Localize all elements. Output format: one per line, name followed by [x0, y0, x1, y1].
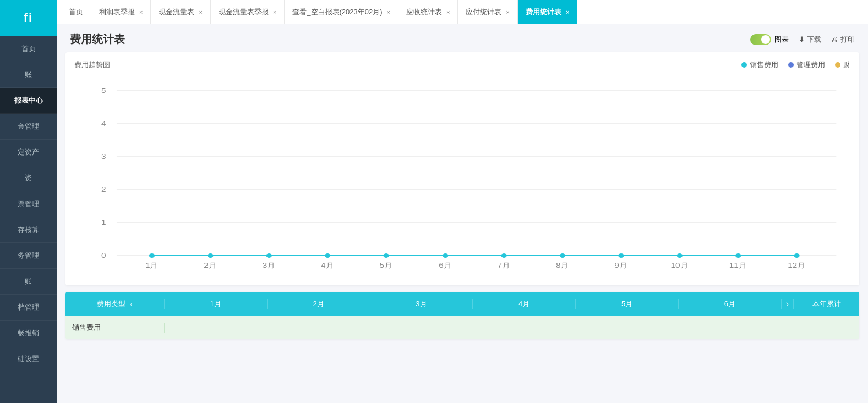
tab-home[interactable]: 首页 — [61, 0, 91, 24]
col-header-m4: 4月 — [473, 299, 576, 309]
close-tab-blank-report[interactable]: × — [387, 9, 390, 15]
header-actions: 图表 ⬇ 下载 🖨 打印 — [750, 34, 855, 45]
sidebar-item-home[interactable]: 首页 — [0, 36, 57, 62]
svg-text:11月: 11月 — [729, 262, 747, 269]
svg-text:12月: 12月 — [788, 262, 806, 269]
legend-dot-sales — [741, 62, 747, 68]
print-button[interactable]: 🖨 打印 — [831, 35, 855, 45]
svg-point-15 — [325, 253, 330, 258]
table-header-row: 费用类型 ‹ 1月 2月 3月 4月 5月 6月 › 本年累计 — [65, 292, 859, 316]
chart-svg-wrapper: 5 4 3 2 1 0 — [74, 74, 850, 278]
tab-cashflow[interactable]: 现金流量表 × — [151, 0, 210, 24]
sidebar-item-invest[interactable]: 资 — [0, 165, 57, 191]
chart-legend: 销售费用 管理费用 财 — [741, 60, 850, 70]
next-month-arrow[interactable]: › — [782, 299, 793, 309]
sidebar-item-tickets[interactable]: 票管理 — [0, 191, 57, 217]
download-button[interactable]: ⬇ 下载 — [799, 35, 821, 45]
close-tab-cashflow-quarterly[interactable]: × — [273, 9, 276, 15]
svg-point-21 — [677, 253, 683, 258]
chart-card: 费用趋势图 销售费用 管理费用 财 — [65, 52, 859, 285]
svg-text:2月: 2月 — [204, 262, 217, 269]
svg-point-20 — [618, 253, 624, 258]
tabs-bar: 首页 利润表季报 × 现金流量表 × 现金流量表季报 × 查看_空白报表(202… — [57, 0, 868, 24]
col-header-m1: 1月 — [165, 299, 268, 309]
svg-text:5: 5 — [101, 87, 106, 95]
legend-dot-management — [788, 62, 794, 68]
svg-point-19 — [560, 253, 565, 258]
chart-toggle[interactable] — [750, 34, 771, 45]
sidebar-item-services[interactable]: 务管理 — [0, 243, 57, 269]
chart-svg: 5 4 3 2 1 0 — [74, 74, 850, 278]
svg-text:3: 3 — [101, 153, 106, 161]
print-icon: 🖨 — [831, 35, 838, 43]
svg-text:2: 2 — [101, 186, 106, 194]
svg-point-14 — [266, 253, 272, 258]
tab-profit-quarterly[interactable]: 利润表季报 × — [91, 0, 151, 24]
close-tab-cashflow[interactable]: × — [199, 9, 202, 15]
svg-text:4月: 4月 — [321, 262, 334, 269]
col-header-m6: 6月 — [679, 299, 782, 309]
sidebar-item-ledger[interactable]: 账 — [0, 269, 57, 295]
sidebar-item-account[interactable]: 账 — [0, 62, 57, 88]
sidebar-item-assets[interactable]: 定资产 — [0, 140, 57, 165]
col-header-year-total: 本年累计 — [793, 299, 859, 309]
legend-finance: 财 — [835, 60, 850, 70]
table-row-sales: 销售费用 — [65, 316, 859, 339]
svg-point-16 — [383, 253, 389, 258]
sidebar-item-inventory[interactable]: 存核算 — [0, 217, 57, 243]
svg-point-13 — [208, 253, 213, 258]
col-header-m3: 3月 — [370, 299, 473, 309]
svg-text:5月: 5月 — [379, 262, 392, 269]
sidebar-logo: fi — [0, 0, 57, 36]
legend-management: 管理费用 — [788, 60, 825, 70]
toggle-knob — [761, 35, 770, 44]
svg-text:9月: 9月 — [614, 262, 627, 269]
tab-cashflow-quarterly[interactable]: 现金流量表季报 × — [211, 0, 285, 24]
legend-label-finance: 财 — [843, 60, 850, 70]
svg-text:8月: 8月 — [556, 262, 569, 269]
close-tab-expense-stats[interactable]: × — [566, 9, 569, 15]
svg-text:0: 0 — [101, 252, 106, 260]
col-header-m5: 5月 — [576, 299, 679, 309]
legend-sales: 销售费用 — [741, 60, 778, 70]
svg-point-18 — [501, 253, 507, 258]
svg-text:10月: 10月 — [670, 262, 689, 269]
svg-text:7月: 7月 — [498, 262, 511, 269]
tab-payable[interactable]: 应付统计表 × — [458, 0, 517, 24]
sidebar: fi 首页 账 报表中心 金管理 定资产 资 票管理 存核算 务管理 账 档管理… — [0, 0, 57, 403]
sidebar-item-reports[interactable]: 报表中心 — [0, 88, 57, 114]
svg-text:3月: 3月 — [263, 262, 276, 269]
tab-blank-report[interactable]: 查看_空白报表(2023年02月) × — [285, 0, 398, 24]
svg-text:6月: 6月 — [439, 262, 452, 269]
col-type-label: 费用类型 — [97, 299, 125, 309]
svg-text:1月: 1月 — [145, 262, 159, 269]
chart-header: 费用趋势图 销售费用 管理费用 财 — [74, 60, 850, 70]
expense-table: 费用类型 ‹ 1月 2月 3月 4月 5月 6月 › 本年累计 销售费用 — [65, 292, 859, 339]
sidebar-item-archive[interactable]: 档管理 — [0, 295, 57, 321]
main-area: 首页 利润表季报 × 现金流量表 × 现金流量表季报 × 查看_空白报表(202… — [57, 0, 868, 403]
sidebar-item-expense[interactable]: 畅报销 — [0, 321, 57, 346]
col-header-m2: 2月 — [268, 299, 370, 309]
legend-label-sales: 销售费用 — [750, 60, 778, 70]
legend-dot-finance — [835, 62, 840, 68]
svg-point-17 — [443, 253, 448, 258]
legend-label-management: 管理费用 — [796, 60, 825, 70]
download-icon: ⬇ — [799, 35, 805, 43]
content-area: 费用统计表 图表 ⬇ 下载 🖨 打印 — [57, 24, 868, 403]
tab-receivable[interactable]: 应收统计表 × — [398, 0, 458, 24]
svg-text:4: 4 — [101, 120, 106, 128]
svg-point-12 — [149, 253, 155, 258]
sidebar-item-cash[interactable]: 金管理 — [0, 114, 57, 140]
chart-toggle-wrap: 图表 — [750, 34, 789, 45]
col-header-type: 费用类型 ‹ — [65, 299, 165, 309]
close-tab-profit-quarterly[interactable]: × — [139, 9, 143, 15]
toggle-label: 图表 — [774, 35, 789, 45]
tab-expense-stats[interactable]: 费用统计表 × — [518, 0, 577, 24]
close-tab-receivable[interactable]: × — [446, 9, 450, 15]
close-tab-payable[interactable]: × — [506, 9, 509, 15]
svg-text:1: 1 — [101, 219, 106, 227]
row-type-sales: 销售费用 — [65, 323, 165, 333]
sidebar-item-settings[interactable]: 础设置 — [0, 346, 57, 372]
prev-month-arrow[interactable]: ‹ — [130, 300, 133, 308]
svg-point-23 — [794, 253, 799, 258]
